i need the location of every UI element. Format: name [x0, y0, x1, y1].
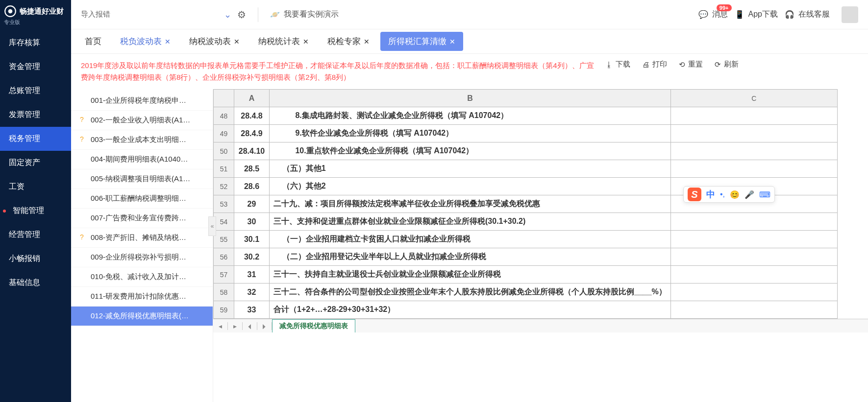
ime-emoji-icon[interactable]: 😊	[730, 190, 740, 199]
download-button[interactable]: ⭳下载	[605, 60, 630, 69]
nav-item-8[interactable]: 经营管理	[0, 223, 71, 247]
cell[interactable]: 28.4.8	[234, 107, 270, 125]
close-icon[interactable]: ✕	[303, 38, 309, 46]
close-icon[interactable]: ✕	[165, 38, 171, 46]
refresh-button[interactable]: ⟳刷新	[715, 60, 739, 69]
row-number[interactable]: 54	[214, 213, 234, 231]
cell[interactable]: 8.集成电路封装、测试企业减免企业所得税（填写 A107042）	[270, 107, 671, 125]
cell[interactable]: （五）其他1	[270, 160, 671, 178]
cell[interactable]: 33	[234, 301, 270, 319]
row-number[interactable]: 53	[214, 195, 234, 213]
messages-button[interactable]: 💬 消息 99+	[698, 9, 728, 20]
ime-mic-icon[interactable]: 🎤	[744, 190, 754, 199]
close-icon[interactable]: ✕	[364, 38, 370, 46]
cell[interactable]: 合计（1+2+…+28-29+30+31+32）	[270, 301, 671, 319]
cell[interactable]: 28.5	[234, 160, 270, 178]
nav-item-7[interactable]: 智能管理	[0, 199, 71, 223]
cell[interactable]: 30.1	[234, 231, 270, 248]
tree-item-5[interactable]: 006-职工薪酬纳税调整明细…	[71, 189, 213, 209]
cell[interactable]: 二十九、减：项目所得额按法定税率减半征收企业所得税叠加享受减免税优惠	[270, 195, 671, 213]
ime-toolbar[interactable]: S 中 •, 😊 🎤 ⌨	[683, 186, 775, 203]
nav-item-4[interactable]: 税务管理	[0, 127, 71, 151]
cell[interactable]	[670, 213, 837, 231]
close-icon[interactable]: ✕	[449, 38, 455, 46]
cell[interactable]: 9.软件企业减免企业所得税（填写 A107042）	[270, 125, 671, 142]
cell[interactable]: 三十、支持和促进重点群体创业就业企业限额减征企业所得税(30.1+30.2)	[270, 213, 671, 231]
cell[interactable]: 28.4.9	[234, 125, 270, 142]
corner-cell[interactable]	[214, 90, 234, 107]
cell[interactable]: 32	[234, 284, 270, 301]
tree-item-7[interactable]: ?008-资产折旧、摊销及纳税…	[71, 228, 213, 248]
cell[interactable]	[670, 231, 837, 248]
tab-4[interactable]: 税检专家✕	[320, 32, 377, 51]
ime-keyboard-icon[interactable]: ⌨	[759, 190, 770, 199]
cell[interactable]	[670, 142, 837, 160]
nav-item-6[interactable]: 工资	[0, 175, 71, 199]
cell[interactable]: 31	[234, 266, 270, 284]
nav-item-9[interactable]: 小畅报销	[0, 247, 71, 271]
collapse-handle[interactable]: «	[208, 216, 216, 236]
cell[interactable]	[670, 284, 837, 301]
row-number[interactable]: 51	[214, 160, 234, 178]
tree-item-0[interactable]: 001-企业所得税年度纳税申…	[71, 91, 213, 111]
gear-icon[interactable]: ⚙	[237, 9, 246, 21]
row-number[interactable]: 59	[214, 301, 234, 319]
cell[interactable]	[670, 125, 837, 142]
ime-lang[interactable]: 中	[706, 189, 715, 200]
tree-item-4[interactable]: 005-纳税调整项目明细表(A1…	[71, 169, 213, 189]
tab-1[interactable]: 税负波动表✕	[112, 32, 178, 51]
row-number[interactable]: 58	[214, 284, 234, 301]
cell[interactable]: 30.2	[234, 248, 270, 266]
tab-0[interactable]: 首页	[77, 32, 109, 51]
row-number[interactable]: 52	[214, 178, 234, 195]
cell[interactable]: 三十一、扶持自主就业退役士兵创业就业企业限额减征企业所得税	[270, 266, 671, 284]
cell[interactable]	[670, 248, 837, 266]
cell[interactable]: 29	[234, 195, 270, 213]
nav-item-0[interactable]: 库存核算	[0, 31, 71, 55]
nav-item-3[interactable]: 发票管理	[0, 103, 71, 127]
reset-button[interactable]: ⟲重置	[679, 60, 703, 69]
tab-3[interactable]: 纳税统计表✕	[250, 32, 317, 51]
tab-5[interactable]: 所得税汇算清缴✕	[380, 32, 463, 51]
tree-item-11[interactable]: 012-减免所得税优惠明细表(…	[71, 307, 213, 326]
tree-item-2[interactable]: ?003-一般企业成本支出明细…	[71, 130, 213, 150]
tree-item-3[interactable]: 004-期间费用明细表(A1040…	[71, 150, 213, 169]
row-number[interactable]: 57	[214, 266, 234, 284]
tree-item-9[interactable]: 010-免税、减计收入及加计…	[71, 267, 213, 287]
demo-link[interactable]: 🪐 我要看实例演示	[270, 9, 339, 20]
row-number[interactable]: 48	[214, 107, 234, 125]
print-button[interactable]: 🖨打印	[642, 60, 667, 69]
nav-item-10[interactable]: 基础信息	[0, 271, 71, 295]
row-number[interactable]: 56	[214, 248, 234, 266]
nav-item-5[interactable]: 固定资产	[0, 151, 71, 175]
cell[interactable]: 28.4.10	[234, 142, 270, 160]
cell[interactable]: 28.6	[234, 178, 270, 195]
cell[interactable]: 30	[234, 213, 270, 231]
row-number[interactable]: 50	[214, 142, 234, 160]
tree-item-8[interactable]: 009-企业所得税弥补亏损明…	[71, 248, 213, 267]
cell[interactable]	[670, 107, 837, 125]
row-number[interactable]: 55	[214, 231, 234, 248]
chevron-down-icon[interactable]: ⌄	[224, 9, 231, 20]
col-header-A[interactable]: A	[234, 90, 270, 107]
tree-item-10[interactable]: 011-研发费用加计扣除优惠…	[71, 287, 213, 307]
nav-item-1[interactable]: 资金管理	[0, 55, 71, 79]
cell[interactable]	[670, 301, 837, 319]
search-input[interactable]	[81, 6, 218, 23]
cell[interactable]	[670, 160, 837, 178]
col-header-C[interactable]: C	[670, 90, 837, 107]
cell[interactable]	[670, 266, 837, 284]
nav-item-2[interactable]: 总账管理	[0, 79, 71, 103]
cell[interactable]: （二）企业招用登记失业半年以上人员就业扣减企业所得税	[270, 248, 671, 266]
ime-punct-icon[interactable]: •,	[720, 190, 725, 199]
row-number[interactable]: 49	[214, 125, 234, 142]
cell[interactable]: （一）企业招用建档立卡贫困人口就业扣减企业所得税	[270, 231, 671, 248]
tree-item-6[interactable]: 007-广告费和业务宣传费跨…	[71, 209, 213, 228]
close-icon[interactable]: ✕	[234, 38, 240, 46]
cell[interactable]: （六）其他2	[270, 178, 671, 195]
tree-item-1[interactable]: ?002-一般企业收入明细表(A1…	[71, 111, 213, 130]
tab-2[interactable]: 纳税波动表✕	[181, 32, 248, 51]
cell[interactable]: 10.重点软件企业减免企业所得税（填写 A107042）	[270, 142, 671, 160]
sheet-nav[interactable]: ◂▸⏴⏵	[213, 322, 272, 330]
cell[interactable]: 三十二、符合条件的公司型创投企业按照企业年末个人股东持股比例减免企业所得税（个人…	[270, 284, 671, 301]
